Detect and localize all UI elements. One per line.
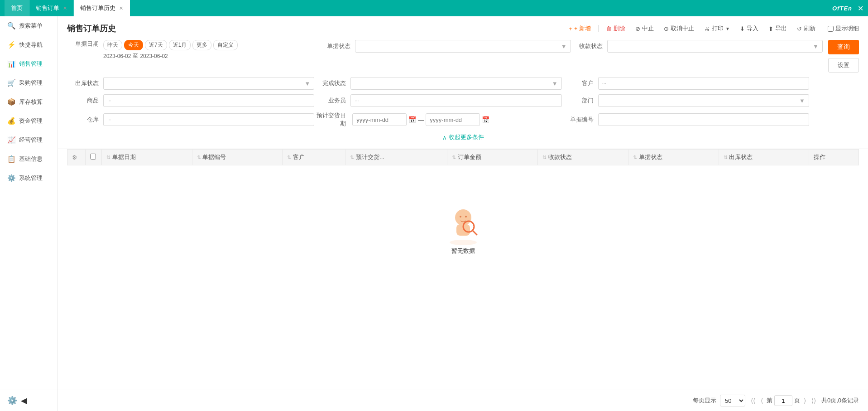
th-bill-no[interactable]: ⇅ 单据编号: [192, 150, 283, 165]
last-page-btn[interactable]: ⟩⟩: [810, 396, 818, 405]
window-close-btn[interactable]: ✕: [858, 4, 863, 13]
th-customer[interactable]: ⇅ 客户: [283, 150, 345, 165]
bill-no-label: 单据编号: [562, 116, 598, 124]
date-tag-7days[interactable]: 近7天: [145, 40, 167, 50]
display-detail-checkbox[interactable]: [828, 26, 834, 32]
sidebar-bottom: ⚙️ ◀: [0, 390, 58, 411]
first-page-btn[interactable]: ⟨⟨: [749, 396, 757, 405]
salesperson-field[interactable]: ···: [350, 94, 561, 107]
sidebar-item-sales-mgmt[interactable]: 📊 销售管理: [0, 54, 58, 73]
bill-no-input[interactable]: [598, 113, 809, 126]
th-settings[interactable]: ⚙: [67, 150, 86, 165]
payment-status-select[interactable]: ▼: [607, 40, 823, 53]
sidebar-item-system-mgmt[interactable]: ⚙️ 系统管理: [0, 169, 58, 188]
delivery-date-to[interactable]: [426, 113, 480, 126]
sidebar-item-purchase-mgmt[interactable]: 🛒 采购管理: [0, 73, 58, 92]
cancel-stop-button[interactable]: ⊙ 取消中止: [661, 23, 697, 34]
date-tag-more[interactable]: 更多: [192, 40, 211, 50]
collapse-row[interactable]: ∧ 收起更多条件: [67, 131, 859, 143]
print-label: 打印: [712, 24, 724, 33]
empty-text: 暂无数据: [451, 247, 475, 255]
sidebar-item-finance-mgmt[interactable]: 💰 资金管理: [0, 111, 58, 131]
warehouse-label: 仓库: [67, 116, 103, 124]
sidebar-item-search-menu[interactable]: 🔍 搜索菜单: [0, 16, 58, 35]
th-checkbox[interactable]: [86, 150, 102, 165]
delivery-date-from[interactable]: [352, 113, 407, 126]
delete-icon: 🗑: [606, 25, 612, 32]
tab-sales-order-close[interactable]: ✕: [63, 5, 67, 11]
th-amount[interactable]: ⇅ 订单金额: [447, 150, 538, 165]
sidebar-item-operation-mgmt[interactable]: 📈 经营管理: [0, 131, 58, 150]
refresh-button[interactable]: ↺ 刷新: [794, 23, 818, 34]
import-icon: ⬇: [740, 25, 745, 32]
collapse-icon[interactable]: ◀: [21, 396, 27, 406]
th-date[interactable]: ⇅ 单据日期: [102, 150, 192, 165]
delete-label: 删除: [614, 24, 625, 33]
new-button[interactable]: + + 新增: [566, 23, 594, 34]
th-delivery[interactable]: ⇅ 预计交货...: [345, 150, 447, 165]
th-bill-status-label: 单据状态: [639, 154, 662, 160]
out-status-select[interactable]: ▼: [103, 77, 314, 90]
calendar-to-icon[interactable]: 📅: [482, 116, 489, 123]
sidebar: 🔍 搜索菜单 ⚡ 快捷导航 📊 销售管理 🛒 采购管理 📦 库存核算 💰 资金管…: [0, 16, 58, 411]
delivery-date-separator: —: [418, 116, 424, 123]
warehouse-field[interactable]: ···: [103, 113, 314, 126]
cancel-stop-label: 取消中止: [671, 24, 694, 33]
empty-illustration: [441, 202, 486, 247]
delete-button[interactable]: 🗑 删除: [603, 23, 628, 34]
next-page-btn[interactable]: ⟩: [802, 396, 808, 405]
customer-field[interactable]: ···: [598, 77, 809, 90]
query-area: 查询 设置: [823, 40, 859, 73]
purchase-mgmt-icon: 🛒: [7, 79, 15, 87]
th-out-sort-icon: ⇅: [724, 155, 728, 160]
collapse-label: 收起更多条件: [449, 133, 484, 141]
settings-icon[interactable]: ⚙️: [7, 396, 17, 406]
department-dropdown-icon: ▼: [799, 97, 805, 104]
product-label: 商品: [67, 97, 103, 105]
import-label: 导入: [747, 24, 758, 33]
sidebar-item-inventory[interactable]: 📦 库存核算: [0, 92, 58, 111]
tab-sales-order[interactable]: 销售订单 ✕: [29, 0, 74, 16]
top-bar: 首页 销售订单 ✕ 销售订单历史 ✕ OfTEn ✕: [0, 0, 868, 16]
date-from: 2023-06-02: [103, 53, 131, 59]
page-size-select[interactable]: 50 10 20 100: [720, 395, 745, 406]
tab-home[interactable]: 首页: [5, 0, 29, 16]
select-all-checkbox[interactable]: [90, 154, 96, 160]
import-button[interactable]: ⬇ 导入: [737, 23, 761, 34]
tab-sales-order-history-close[interactable]: ✕: [119, 5, 123, 11]
sidebar-item-basic-info[interactable]: 📋 基础信息: [0, 150, 58, 169]
table-settings-icon[interactable]: ⚙: [72, 154, 77, 161]
stop-button[interactable]: ⊘ 中止: [633, 23, 657, 34]
bill-status-select[interactable]: ▼: [355, 40, 571, 53]
pagination: 每页显示 50 10 20 100 ⟨⟨ ⟨ 第 页 ⟩ ⟩⟩ 共0页,0条记录: [58, 390, 868, 411]
salesperson-dots-icon: ···: [355, 98, 359, 103]
export-button[interactable]: ⬆ 导出: [766, 23, 790, 34]
sidebar-item-quick-nav[interactable]: ⚡ 快捷导航: [0, 35, 58, 54]
display-detail-toggle[interactable]: 显示明细: [828, 24, 859, 33]
th-out-status[interactable]: ⇅ 出库状态: [719, 150, 809, 165]
print-button[interactable]: 🖨 打印 ▼: [701, 23, 733, 34]
page-number-input[interactable]: [774, 395, 792, 406]
main-layout: 🔍 搜索菜单 ⚡ 快捷导航 📊 销售管理 🛒 采购管理 📦 库存核算 💰 资金管…: [0, 16, 868, 411]
date-tag-custom[interactable]: 自定义: [213, 40, 238, 50]
complete-status-select[interactable]: ▼: [350, 77, 561, 90]
product-field[interactable]: ···: [103, 94, 314, 107]
quick-nav-icon: ⚡: [7, 41, 15, 49]
sidebar-item-operation-mgmt-label: 经营管理: [19, 136, 43, 144]
department-select[interactable]: ▼: [598, 94, 809, 107]
th-customer-sort-icon: ⇅: [287, 155, 291, 160]
prev-page-btn[interactable]: ⟨: [759, 396, 765, 405]
bill-status-dropdown-icon: ▼: [561, 43, 567, 50]
query-button[interactable]: 查询: [828, 40, 859, 54]
date-tag-yesterday[interactable]: 昨天: [103, 40, 122, 50]
set-button[interactable]: 设置: [828, 58, 859, 73]
calendar-from-icon[interactable]: 📅: [408, 116, 416, 123]
date-tag-today[interactable]: 今天: [124, 40, 143, 50]
tab-sales-order-history[interactable]: 销售订单历史 ✕: [74, 0, 130, 16]
operation-mgmt-icon: 📈: [7, 136, 15, 144]
stop-label: 中止: [642, 24, 654, 33]
th-bill-status[interactable]: ⇅ 单据状态: [628, 150, 719, 165]
date-tag-1month[interactable]: 近1月: [169, 40, 191, 50]
page-label-suffix: 页: [794, 396, 800, 405]
th-payment-status[interactable]: ⇅ 收款状态: [538, 150, 628, 165]
